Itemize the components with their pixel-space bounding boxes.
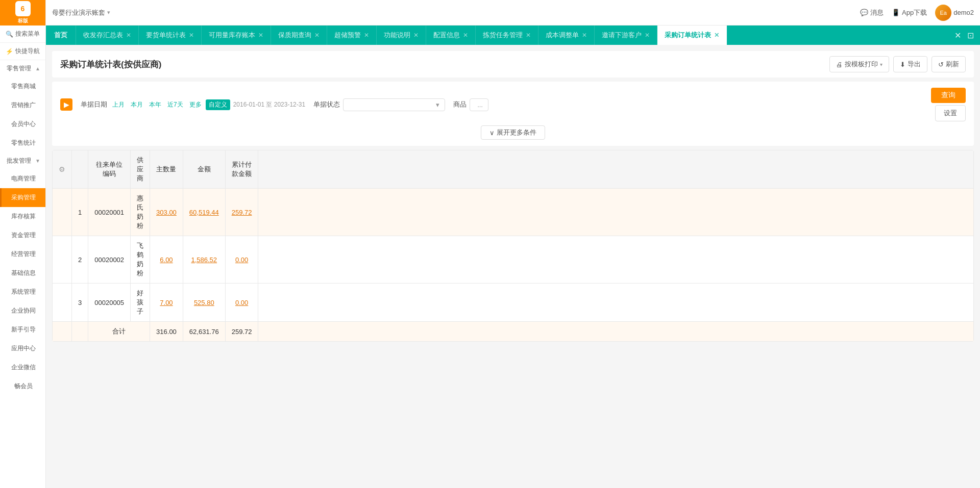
date-shortcut-this-year[interactable]: 本年 — [147, 99, 163, 110]
tab-close-paihuorenwu[interactable]: ✕ — [526, 32, 531, 39]
sidebar-item-search[interactable]: 🔍 搜索菜单 — [0, 25, 45, 43]
sidebar-retail-stat-label: 零售统计 — [11, 139, 36, 147]
sidebar-item-quicknav[interactable]: ⚡ 快捷导航 — [0, 43, 45, 60]
row1-paid-link[interactable]: 259.72 — [232, 209, 252, 216]
filter-toggle-button[interactable]: ▶ — [60, 98, 72, 111]
tab-close-peizhi[interactable]: ✕ — [463, 32, 468, 39]
query-button[interactable]: 查询 — [931, 88, 966, 103]
workspace-selector[interactable]: 母婴行业演示账套 ▾ — [52, 8, 110, 17]
date-shortcut-last-month[interactable]: 上月 — [110, 99, 127, 110]
sidebar-item-ecommerce[interactable]: 电商管理 — [0, 169, 45, 188]
tab-close-shoufashui[interactable]: ✕ — [126, 32, 131, 39]
app-logo: 6 标版 — [0, 0, 45, 25]
tab-close-yaohuo[interactable]: ✕ — [189, 32, 194, 39]
row2-paid[interactable]: 0.00 — [225, 236, 258, 284]
sidebar-item-retail-stat[interactable]: 零售统计 — [0, 134, 45, 152]
sidebar-item-wechat[interactable]: 企业微信 — [0, 358, 45, 377]
refresh-button[interactable]: ↺ 刷新 — [932, 56, 966, 72]
tab-home[interactable]: 首页 — [46, 25, 76, 45]
status-select[interactable]: ▾ — [343, 98, 445, 111]
content-area: 采购订单统计表(按供应商) 🖨 按模板打印 ▾ ⬇ 导出 ↺ 刷新 — [46, 45, 980, 488]
footer-settings — [53, 322, 72, 342]
table-settings-icon[interactable]: ⚙ — [59, 165, 65, 173]
row3-paid[interactable]: 0.00 — [225, 284, 258, 322]
expand-more-button[interactable]: ∨ 展开更多条件 — [481, 125, 545, 140]
tab-close-keyong[interactable]: ✕ — [258, 32, 263, 39]
sidebar-item-basicinfo[interactable]: 基础信息 — [0, 264, 45, 282]
settings-button[interactable]: 设置 — [935, 105, 966, 121]
row2-paid-link[interactable]: 0.00 — [235, 256, 248, 264]
app-download-action[interactable]: 📱 App下载 — [892, 8, 927, 17]
sidebar-item-member2[interactable]: 畅会员 — [0, 377, 45, 396]
tab-keyong[interactable]: 可用量库存账本 ✕ — [202, 25, 271, 45]
sidebar-wechat-label: 企业微信 — [11, 363, 36, 372]
sidebar-item-member[interactable]: 会员中心 — [0, 115, 45, 134]
sidebar-item-inventory[interactable]: 库存核算 — [0, 207, 45, 226]
tab-baozhi[interactable]: 保质期查询 ✕ — [271, 25, 327, 45]
tab-close-chaochuyujing[interactable]: ✕ — [364, 32, 369, 39]
sidebar-item-retail-shop[interactable]: 零售商城 — [0, 77, 45, 96]
template-print-label: 按模板打印 — [845, 60, 878, 69]
tab-peizhi[interactable]: 配置信息 ✕ — [426, 25, 476, 45]
row3-amount[interactable]: 525.80 — [183, 284, 225, 322]
row3-settings — [53, 284, 72, 322]
date-shortcut-more[interactable]: 更多 — [187, 99, 204, 110]
tab-chenben[interactable]: 成本调整单 ✕ — [538, 25, 595, 45]
tab-bar: 首页 收发存汇总表 ✕ 要货单统计表 ✕ 可用量库存账本 ✕ 保质期查询 ✕ 超… — [46, 25, 980, 45]
tab-close-yaoqing[interactable]: ✕ — [645, 32, 650, 39]
sidebar-item-purchase[interactable]: 采购管理 — [0, 188, 45, 207]
row1-amount[interactable]: 60,519.44 — [183, 189, 225, 236]
sidebar-item-retail[interactable]: 零售管理 ▲ — [0, 60, 45, 77]
tab-yaohuo[interactable]: 要货单统计表 ✕ — [139, 25, 202, 45]
export-button[interactable]: ⬇ 导出 — [893, 56, 927, 72]
filter-row-main: ▶ 单据日期 上月 本月 本年 近7天 更多 自定义 2016-01-01 至 … — [60, 88, 966, 121]
template-print-button[interactable]: 🖨 按模板打印 ▾ — [829, 56, 889, 72]
tab-close-baozhi[interactable]: ✕ — [314, 32, 320, 39]
sidebar-item-appcenter[interactable]: 应用中心 — [0, 339, 45, 358]
tab-yaoqing[interactable]: 邀请下游客户 ✕ — [595, 25, 657, 45]
table-row: 3 00020005 好孩子 7.00 525.80 0.00 — [53, 284, 974, 322]
message-icon: 💬 — [860, 9, 868, 16]
tab-chaochuyujing[interactable]: 超储预警 ✕ — [327, 25, 377, 45]
download-icon: 📱 — [892, 9, 900, 16]
date-custom-tag[interactable]: 自定义 — [206, 99, 230, 110]
sidebar-item-wholesale[interactable]: 批发管理 ▼ — [0, 152, 45, 169]
tab-close-all[interactable]: ✕ — [952, 29, 963, 42]
row1-paid[interactable]: 259.72 — [225, 189, 258, 236]
tab-yaohuo-label: 要货单统计表 — [146, 31, 186, 40]
date-shortcut-7days[interactable]: 近7天 — [165, 99, 185, 110]
sidebar-item-operation[interactable]: 经营管理 — [0, 245, 45, 264]
tab-close-caigou[interactable]: ✕ — [714, 32, 719, 39]
row2-extra — [258, 236, 974, 284]
user-profile[interactable]: Ea demo2 — [935, 5, 974, 21]
sidebar-item-newguide[interactable]: 新手引导 — [0, 320, 45, 339]
sidebar-item-finance[interactable]: 资金管理 — [0, 226, 45, 245]
row3-qty[interactable]: 7.00 — [150, 284, 183, 322]
row2-qty-link[interactable]: 6.00 — [160, 256, 173, 264]
tab-paihuorenwu[interactable]: 拣货任务管理 ✕ — [476, 25, 538, 45]
tab-close-gongneng[interactable]: ✕ — [413, 32, 419, 39]
row3-amount-link[interactable]: 525.80 — [194, 299, 214, 306]
sidebar-item-enterprise[interactable]: 企业协同 — [0, 301, 45, 320]
tab-caigou[interactable]: 采购订单统计表 ✕ — [657, 25, 727, 45]
date-shortcut-this-month[interactable]: 本月 — [129, 99, 145, 110]
row2-amount[interactable]: 1,586.52 — [183, 236, 225, 284]
sidebar-item-marketing[interactable]: 营销推广 — [0, 96, 45, 115]
sidebar-member-label: 会员中心 — [11, 120, 36, 129]
tab-gongneng[interactable]: 功能说明 ✕ — [377, 25, 426, 45]
row1-qty-link[interactable]: 303.00 — [156, 209, 177, 216]
product-input[interactable]: ... — [470, 98, 488, 111]
row2-amount-link[interactable]: 1,586.52 — [191, 256, 217, 264]
col-settings-header[interactable]: ⚙ — [53, 150, 72, 189]
row3-qty-link[interactable]: 7.00 — [160, 299, 173, 306]
tab-keyong-label: 可用量库存账本 — [209, 31, 255, 40]
row1-qty[interactable]: 303.00 — [150, 189, 183, 236]
sidebar-item-system[interactable]: 系统管理 — [0, 282, 45, 301]
tab-close-chenben[interactable]: ✕ — [582, 32, 587, 39]
tab-expand[interactable]: ⊡ — [965, 29, 976, 42]
row3-paid-link[interactable]: 0.00 — [235, 299, 248, 306]
row2-qty[interactable]: 6.00 — [150, 236, 183, 284]
tab-shoufashui[interactable]: 收发存汇总表 ✕ — [76, 25, 139, 45]
row1-amount-link[interactable]: 60,519.44 — [189, 209, 219, 216]
message-action[interactable]: 💬 消息 — [860, 8, 884, 17]
